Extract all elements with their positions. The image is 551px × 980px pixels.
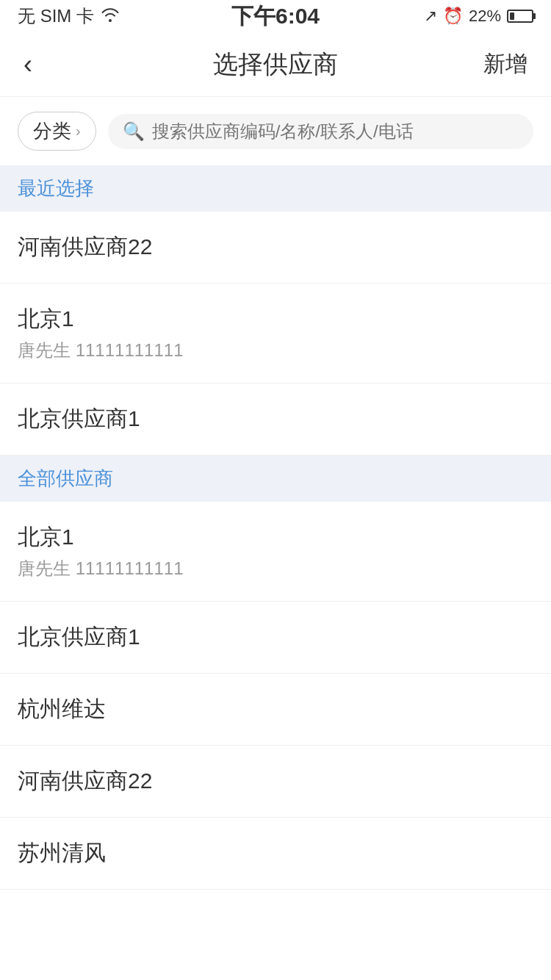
search-input[interactable] xyxy=(152,121,519,142)
recent-section-label: 最近选择 xyxy=(18,177,94,199)
list-item[interactable]: 北京1唐先生 11111111111 xyxy=(0,284,551,383)
page-title: 选择供应商 xyxy=(213,48,338,82)
list-item[interactable]: 杭州维达 xyxy=(0,674,551,746)
search-box[interactable]: 🔍 xyxy=(108,114,533,149)
category-filter[interactable]: 分类 › xyxy=(18,112,96,151)
status-bar: 无 SIM 卡 下午6:04 ↗ ⏰ 22% xyxy=(0,0,551,32)
list-item[interactable]: 河南供应商22 xyxy=(0,212,551,284)
list-item[interactable]: 北京1唐先生 11111111111 xyxy=(0,502,551,602)
status-time: 下午6:04 xyxy=(231,1,320,32)
status-right: ↗ ⏰ 22% xyxy=(424,7,533,26)
item-name: 苏州清风 xyxy=(18,838,533,868)
all-suppliers-list: 北京1唐先生 11111111111北京供应商1杭州维达河南供应商22苏州清风 xyxy=(0,502,551,890)
list-item[interactable]: 北京供应商1 xyxy=(0,383,551,455)
nav-bar: ‹ 选择供应商 新增 xyxy=(0,32,551,97)
item-name: 北京供应商1 xyxy=(18,404,533,434)
recent-list: 河南供应商22北京1唐先生 11111111111北京供应商1 xyxy=(0,212,551,455)
status-left: 无 SIM 卡 xyxy=(18,4,120,28)
category-label: 分类 xyxy=(33,118,71,144)
add-button[interactable]: 新增 xyxy=(483,49,527,79)
all-section-label: 全部供应商 xyxy=(18,467,113,489)
battery-text: 22% xyxy=(469,7,501,26)
search-icon: 🔍 xyxy=(123,121,145,142)
item-sub: 唐先生 11111111111 xyxy=(18,339,533,362)
recent-section-header: 最近选择 xyxy=(0,165,551,212)
item-name: 河南供应商22 xyxy=(18,232,533,262)
alarm-icon: ⏰ xyxy=(443,7,463,26)
wifi-icon xyxy=(100,6,120,26)
all-section-header: 全部供应商 xyxy=(0,455,551,502)
filter-bar: 分类 › 🔍 xyxy=(0,97,551,165)
item-sub: 唐先生 11111111111 xyxy=(18,557,533,580)
item-name: 北京1 xyxy=(18,304,533,334)
item-name: 北京供应商1 xyxy=(18,622,533,652)
list-item[interactable]: 北京供应商1 xyxy=(0,602,551,674)
battery-icon xyxy=(507,10,533,23)
back-button[interactable]: ‹ xyxy=(24,49,68,80)
item-name: 河南供应商22 xyxy=(18,766,533,796)
location-icon: ↗ xyxy=(424,7,437,26)
item-name: 北京1 xyxy=(18,522,533,552)
no-sim-text: 无 SIM 卡 xyxy=(18,4,94,28)
chevron-right-icon: › xyxy=(76,123,81,140)
item-name: 杭州维达 xyxy=(18,694,533,724)
list-item[interactable]: 苏州清风 xyxy=(0,818,551,890)
list-item[interactable]: 河南供应商22 xyxy=(0,746,551,818)
